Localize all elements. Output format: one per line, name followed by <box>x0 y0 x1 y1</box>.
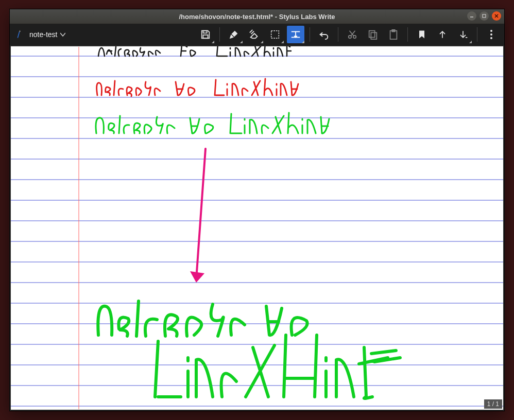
svg-point-17 <box>490 33 492 36</box>
svg-rect-4 <box>203 31 207 33</box>
svg-rect-1 <box>483 14 486 18</box>
toolbar-separator <box>310 27 310 42</box>
chevron-down-icon <box>60 30 65 39</box>
dropdown-caret-icon <box>281 41 284 43</box>
toolbar-separator <box>407 27 408 42</box>
svg-line-37 <box>196 149 205 279</box>
app-window: /home/shovon/note-test.html* - Stylus La… <box>9 9 505 411</box>
handwriting-black <box>98 46 291 56</box>
canvas-area[interactable]: 1 / 1 <box>10 45 504 411</box>
svg-rect-6 <box>271 31 279 39</box>
close-button[interactable] <box>492 11 501 21</box>
handwriting-green-small <box>96 113 329 133</box>
select-tool-button[interactable] <box>266 26 284 43</box>
dropdown-caret-icon <box>240 41 243 43</box>
document-tab[interactable]: note-test <box>14 28 67 42</box>
svg-point-18 <box>490 37 492 39</box>
main-toolbar: note-test <box>10 24 504 45</box>
dropdown-caret-icon <box>212 41 214 43</box>
window-title: /home/shovon/note-test.html* - Stylus La… <box>179 13 335 21</box>
pen-tool-button[interactable] <box>225 26 243 43</box>
pen-doc-icon <box>16 29 26 41</box>
eraser-tool-button[interactable] <box>246 26 263 43</box>
copy-button[interactable] <box>364 26 382 43</box>
page-down-button[interactable] <box>454 26 472 43</box>
svg-rect-5 <box>203 35 208 38</box>
dropdown-caret-icon <box>261 41 263 43</box>
overflow-menu-button[interactable] <box>483 26 500 43</box>
arrow <box>190 149 205 283</box>
dropdown-caret-icon <box>469 41 472 43</box>
undo-button[interactable] <box>315 26 333 43</box>
cut-button[interactable] <box>344 26 361 43</box>
insert-space-tool-button[interactable] <box>287 26 304 43</box>
document-name: note-test <box>29 30 57 39</box>
window-controls <box>467 11 501 21</box>
save-button[interactable] <box>197 26 214 43</box>
minimize-button[interactable] <box>467 11 476 21</box>
handwriting-red <box>97 79 298 96</box>
svg-rect-13 <box>371 32 376 39</box>
maximize-button[interactable] <box>479 11 489 21</box>
bookmark-button[interactable] <box>413 26 431 43</box>
page-indicator: 1 / 1 <box>484 399 502 409</box>
title-bar[interactable]: /home/shovon/note-test.html* - Stylus La… <box>10 9 504 24</box>
svg-point-16 <box>490 30 492 32</box>
drawing-layer <box>11 46 503 410</box>
paste-button[interactable] <box>385 26 402 43</box>
toolbar-separator <box>477 27 477 42</box>
ruled-lines <box>11 56 503 406</box>
toolbar-separator <box>338 27 338 42</box>
handwriting-green-large <box>98 301 400 398</box>
dropdown-caret-icon <box>302 41 304 43</box>
svg-rect-15 <box>392 30 395 32</box>
paper[interactable] <box>11 46 503 410</box>
toolbar-separator <box>219 27 220 42</box>
page-up-button[interactable] <box>434 26 451 43</box>
svg-rect-12 <box>369 31 375 38</box>
